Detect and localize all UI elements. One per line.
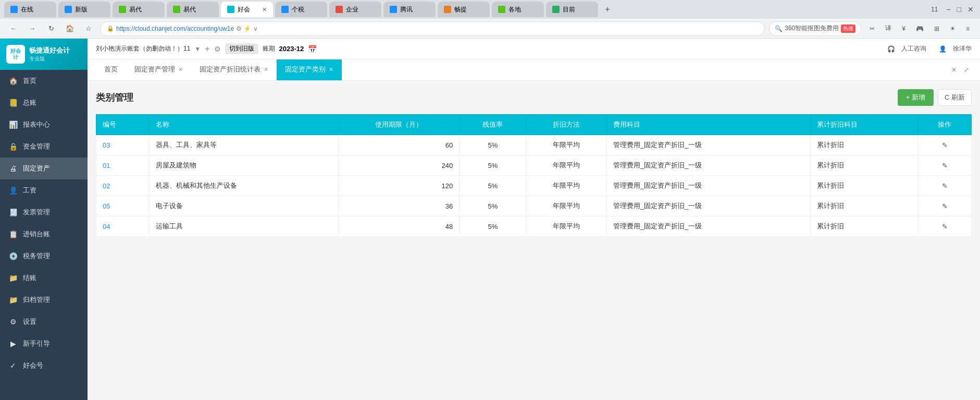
code-link[interactable]: 03 xyxy=(103,141,110,149)
tab-label-4: 易代 xyxy=(183,5,196,14)
tab-label-8: 腾讯 xyxy=(400,5,413,14)
fixed-assets-icon: 🖨 xyxy=(8,164,18,173)
sidebar-item-funds[interactable]: 🔒 资金管理 xyxy=(0,136,88,157)
browser-tab-4[interactable]: 易代 xyxy=(167,2,219,17)
refresh-button[interactable]: C 刷新 xyxy=(938,89,972,106)
wallet-btn[interactable]: ¥ xyxy=(898,21,910,36)
browser-tab-7[interactable]: 企业 xyxy=(329,2,381,17)
forward-button[interactable]: → xyxy=(25,21,40,36)
settings-gear-button[interactable]: ⚙ xyxy=(214,45,221,53)
dropdown-arrow[interactable]: ▼ xyxy=(194,45,201,53)
sidebar-label-funds: 资金管理 xyxy=(23,142,50,151)
tab-close-5[interactable]: ✕ xyxy=(262,6,267,13)
cell-name: 电子设备 xyxy=(150,196,339,216)
browser-tab-1[interactable]: 在线 xyxy=(4,2,56,17)
reload-button[interactable]: ↻ xyxy=(44,21,58,36)
brightness-btn[interactable]: ☀ xyxy=(946,21,960,36)
sidebar-item-home[interactable]: 🏠 首页 xyxy=(0,70,88,92)
switch-version-button[interactable]: 切到旧版 xyxy=(225,43,258,54)
edit-icon[interactable]: ✎ xyxy=(942,223,948,231)
edit-icon[interactable]: ✎ xyxy=(942,182,948,190)
content-tab-home[interactable]: 首页 xyxy=(96,59,126,80)
tab-close-btn[interactable]: ✕ xyxy=(949,65,959,75)
sidebar-item-payroll[interactable]: 👤 工资 xyxy=(0,179,88,201)
tab-label-7: 企业 xyxy=(346,5,358,14)
code-link[interactable]: 02 xyxy=(103,182,110,190)
sidebar-item-tax[interactable]: 💿 税务管理 xyxy=(0,245,88,267)
menu-btn[interactable]: ≡ xyxy=(962,21,974,36)
minimize-button[interactable]: − xyxy=(944,5,952,14)
translate-btn[interactable]: 译 xyxy=(881,21,896,36)
table-row: 05 电子设备 36 5% 年限平均 管理费用_固定资产折旧_一级 累计折旧 ✎ xyxy=(96,196,972,216)
code-link[interactable]: 04 xyxy=(103,223,110,231)
cell-method: 年限平均 xyxy=(526,135,606,155)
game-btn[interactable]: 🎮 xyxy=(912,21,928,36)
app-container: 好会计 畅捷通好会计 专业版 🏠 首页 📒 总账 📊 报表中心 🔒 资金 xyxy=(0,39,980,400)
home-button[interactable]: 🏠 xyxy=(63,21,77,36)
cell-method: 年限平均 xyxy=(526,176,606,196)
grid-btn[interactable]: ⊞ xyxy=(930,21,944,36)
close-window-button[interactable]: ✕ xyxy=(965,5,976,14)
sidebar-item-fixed-assets[interactable]: 🖨 固定资产 xyxy=(0,157,88,179)
tab-label-9: 畅提 xyxy=(454,5,467,14)
tab-favicon-8 xyxy=(390,6,397,13)
calendar-icon[interactable]: 📅 xyxy=(308,45,317,53)
sidebar-label-reports: 报表中心 xyxy=(23,120,50,129)
browser-toolbar-right: ✂ 译 ¥ 🎮 ⊞ ☀ ≡ xyxy=(865,21,974,36)
add-tab-button[interactable]: + xyxy=(600,2,615,17)
sidebar-item-checkout[interactable]: 📁 结账 xyxy=(0,267,88,289)
cell-code: 02 xyxy=(96,176,150,196)
user-avatar-icon[interactable]: 👤 xyxy=(939,45,947,53)
sidebar-item-guide[interactable]: ▶ 新手引导 xyxy=(0,333,88,355)
browser-tab-8[interactable]: 腾讯 xyxy=(383,2,436,17)
browser-tab-9[interactable]: 畅提 xyxy=(438,2,490,17)
checkout-icon: 📁 xyxy=(8,273,18,283)
search-bar[interactable]: 🔍 360智能抠图免费用 热搜 xyxy=(769,21,861,36)
add-category-button[interactable]: + 新增 xyxy=(898,89,934,106)
archive-icon: 📁 xyxy=(8,295,18,305)
browser-tab-2[interactable]: 新版 xyxy=(58,2,110,17)
sidebar-item-reports[interactable]: 📊 报表中心 xyxy=(0,114,88,136)
browser-tab-5[interactable]: 好会 ✕ xyxy=(221,2,273,17)
search-icon: 🔍 xyxy=(775,25,783,32)
url-bar[interactable]: 🔒 https://cloud.chanjet.com/accounting/u… xyxy=(100,21,765,36)
code-link[interactable]: 05 xyxy=(103,202,110,210)
sidebar-item-purchase-sale[interactable]: 📋 进销台账 xyxy=(0,223,88,245)
sidebar-item-invoice[interactable]: 🧾 发票管理 xyxy=(0,201,88,223)
tab-label-11: 目前 xyxy=(563,5,575,14)
edit-icon[interactable]: ✎ xyxy=(942,141,948,149)
sidebar-label-fixed-assets: 固定资产 xyxy=(23,164,50,173)
code-link[interactable]: 01 xyxy=(103,162,110,169)
browser-tab-3[interactable]: 易代 xyxy=(113,2,165,17)
browser-tab-10[interactable]: 各地 xyxy=(492,2,544,17)
consult-icon[interactable]: 🎧 xyxy=(887,45,895,53)
cell-expense: 管理费用_固定资产折旧_一级 xyxy=(606,176,811,196)
bookmark-button[interactable]: ☆ xyxy=(81,21,96,36)
tab-expand-btn[interactable]: ⤢ xyxy=(961,65,972,75)
edit-icon[interactable]: ✎ xyxy=(942,202,948,210)
settings-icon: ⚙ xyxy=(8,317,18,326)
back-button[interactable]: ← xyxy=(6,21,21,36)
cell-action: ✎ xyxy=(918,155,971,176)
sidebar-item-archive[interactable]: 📁 归档管理 xyxy=(0,289,88,311)
content-tab-asset-management[interactable]: 固定资产管理 ✕ xyxy=(126,59,191,80)
browser-tab-6[interactable]: 个税 xyxy=(275,2,327,17)
url-dropdown[interactable]: ⚙ ⚡ ∨ xyxy=(236,25,258,32)
sidebar-item-ledger[interactable]: 📒 总账 xyxy=(0,92,88,114)
content-tabs: 首页 固定资产管理 ✕ 固定资产折旧统计表 ✕ 固定资产类别 ✕ ✕ ⤢ xyxy=(88,59,980,81)
tab-favicon-7 xyxy=(336,6,343,13)
cell-name: 器具、工具、家具等 xyxy=(150,135,339,155)
content-tab-depreciation-table[interactable]: 固定资产折旧统计表 ✕ xyxy=(191,59,277,80)
edit-icon[interactable]: ✎ xyxy=(942,162,948,169)
cell-period: 36 xyxy=(338,196,459,216)
maximize-button[interactable]: □ xyxy=(955,5,963,14)
content-tab-category-close[interactable]: ✕ xyxy=(329,66,333,73)
sidebar-item-settings[interactable]: ⚙ 设置 xyxy=(0,311,88,333)
content-tab-depreciation-close[interactable]: ✕ xyxy=(264,66,268,73)
content-tab-asset-category[interactable]: 固定资产类别 ✕ xyxy=(277,59,342,80)
add-account-button[interactable]: + xyxy=(205,44,209,54)
content-tab-asset-management-close[interactable]: ✕ xyxy=(178,66,183,73)
cut-btn[interactable]: ✂ xyxy=(865,21,879,36)
browser-tab-11[interactable]: 目前 xyxy=(546,2,598,17)
sidebar-item-help[interactable]: ✓ 好会号 xyxy=(0,355,88,377)
